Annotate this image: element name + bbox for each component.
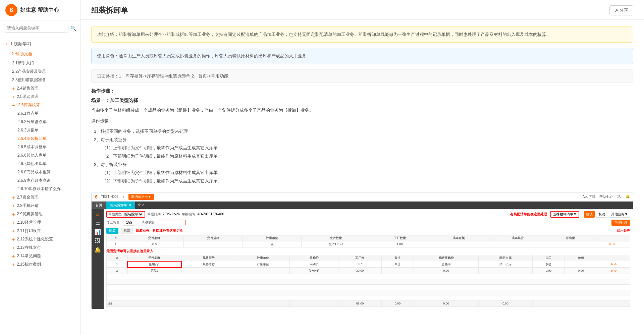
sidebar-item-label: 2.13在线支付 (17, 245, 41, 250)
disassemble-btn[interactable]: 拆卸 (121, 228, 133, 234)
table-row: ① 第组品1 规格名称 计量单位 采购价 1+0 单价 合格率 第一出库 (利) (107, 261, 630, 268)
sidebar-item-business[interactable]: + 2.10经营管理 (9, 218, 80, 227)
app-topbar-help[interactable]: 帮助中心 (599, 194, 613, 199)
sidebar-item-costadj[interactable]: 2.6.5成本调整单 (15, 143, 80, 151)
footer-v5: 0.00 (479, 300, 533, 306)
sidebar-item-otherOut[interactable]: 2.6.7其他出库单 (15, 160, 80, 168)
cell-child-unit1: 计量单位 (236, 261, 290, 268)
col-child-name: 子件名称 (127, 255, 181, 261)
sidebar-item-newcomer[interactable]: 2.1新手入门 (9, 59, 80, 67)
confirm-btn[interactable]: 确认 (584, 211, 595, 218)
expand-icon: + (12, 262, 15, 267)
sidebar-item-label: 2.6.8商品成本重算 (17, 169, 51, 175)
sidebar-item-predata[interactable]: 2.3使用前数据准备 (9, 76, 80, 84)
close-icon[interactable]: ✕ (128, 203, 131, 207)
cell-parent-name: 关木 (125, 241, 184, 247)
sidebar-item-faq[interactable]: + 2.14常见问题 (9, 252, 80, 260)
cell-remark2 (381, 268, 414, 274)
sidebar-item-costCalc[interactable]: 2.6.8商品成本重算 (15, 168, 80, 176)
cell-index: 1 (107, 241, 125, 247)
app-new-btn[interactable]: 新增单据一▼ (128, 194, 154, 200)
sidebar-item-stocktake[interactable]: 2.6.1盘点单 (15, 109, 80, 118)
process-btn[interactable]: 立即处理 (611, 220, 630, 226)
type-select[interactable]: 组装拆卸 (123, 212, 143, 217)
sidebar-item-label: 2.8手机旺铺 (17, 203, 39, 209)
app-leftnav-img[interactable]: 🖼 (95, 238, 100, 244)
cell-stableout2 (479, 268, 533, 274)
sidebar-item-purchase[interactable]: + 2.5采购管理 (9, 93, 80, 101)
table-row-empty2 (107, 279, 630, 284)
expand-icon: + (12, 195, 15, 200)
qty-label: 加工数量 (106, 220, 120, 225)
assemble-btn[interactable]: 组装 (106, 228, 118, 234)
sidebar-item-label: 2.6.6其他入库单 (17, 153, 47, 158)
bom-select-btn[interactable]: 选择物料清单▼ (550, 211, 579, 218)
sidebar-item-mobile[interactable]: + 2.8手机旺铺 (9, 202, 80, 210)
app-leftnav-home[interactable]: ⌂ (96, 211, 99, 217)
other-btn[interactable]: 其他业务▼ (609, 211, 630, 218)
table-footer: 合计 88.00 0.00 0.00 0.00 (107, 300, 630, 306)
expand-icon: + (12, 220, 15, 225)
expand-icon: + (12, 212, 15, 217)
step3a: （1）上部明细为父件明细，最终作为原材料生成其它出库单； (102, 169, 633, 177)
sidebar-item-partition[interactable]: 2.6.2分量盘点单 (15, 118, 80, 126)
sidebar-item-coupon[interactable]: + 2.9优惠券管理 (9, 210, 80, 218)
col-stable-price: 稳定采购价 (414, 255, 479, 261)
sidebar-item-stockQuery[interactable]: 2.6.9库存账本查询 (15, 176, 80, 185)
warehouse-label: 仓储选用 (142, 220, 155, 225)
col-stable-out: 稳定出库 (479, 255, 533, 261)
sidebar-item-label: 1.视频学习 (10, 41, 31, 47)
sidebar-item-finance[interactable]: + 2.7资金管理 (9, 193, 80, 202)
sidebar-item-inventory[interactable]: − 2.6库存核算 (9, 101, 80, 109)
app-nav-icons[interactable]: ⚙ ✕ (135, 202, 147, 209)
app-leftnav-graph[interactable]: 📊 (94, 229, 101, 235)
cancel-btn[interactable]: 取消 (596, 211, 607, 218)
app-nav-current[interactable]: 组装拆卸单 ✕ (106, 202, 135, 209)
sidebar-item-cases[interactable]: + 2.15操作案例 (9, 260, 80, 269)
cell-child-name1: 第组品1 (127, 261, 181, 268)
annotation-row: 组装 拆卸 组装业务、拆卸业务在这里切换 启用处理 (106, 228, 630, 234)
step3-sub: （1）上部明细为父件明细，最终作为原材料生成其它出库单； （2）下部明细为子件明… (102, 169, 633, 185)
sidebar-item-print[interactable]: + 2.11打印设置 (9, 227, 80, 235)
sidebar-item-label: 2.5采购管理 (17, 94, 39, 100)
sidebar-item-assemble[interactable]: 2.6.4组装拆卸单 (15, 134, 80, 143)
search-input[interactable] (4, 24, 68, 33)
sidebar-item-label: 2.6.9库存账本查询 (17, 178, 51, 183)
col-qty: 生产数量 (302, 235, 370, 241)
cell-row-action[interactable]: ⊕ ⊖ (594, 241, 630, 247)
sidebar-item-otherIn[interactable]: 2.6.6其他入库单 (15, 151, 80, 160)
app-leftnav-bell[interactable]: 🔔 (94, 246, 101, 253)
step1: 1、根据不同的业务，选择不同单据的类型来处理 (94, 127, 633, 136)
logo-icon: 6 (5, 4, 17, 16)
cell-action1[interactable]: ⊕ ⊖ (597, 261, 630, 268)
sidebar-item-stockError[interactable]: 2.6.10库存账本错了么办 (15, 185, 80, 193)
share-button[interactable]: ↗ 分享 (609, 5, 633, 15)
sidebar-item-docs[interactable]: − 2.帮助文档 (0, 49, 80, 59)
qty-warehouse-row: 加工数量 1/条 仓储选用 立即处理 (106, 220, 630, 226)
col-child-spec: 规格型号 (181, 255, 236, 261)
app-nav-home[interactable]: 首页 (92, 202, 106, 209)
app-left-nav: ⌂ ☰ 📊 🖼 🔔 (92, 209, 104, 309)
sidebar-item-sysconfig[interactable]: + 2.12系统个性化设置 (9, 235, 80, 243)
app-form-area: 单据类型 组装拆卸 单据日期 2019-12-26 单据编号 AD-201912… (104, 209, 633, 309)
sidebar-item-label: 2.6.7其他出库单 (17, 161, 47, 167)
cell-stable1: 合格率 (414, 261, 479, 268)
cell-cost-price (488, 241, 547, 247)
sidebar-item-videos[interactable]: + 1.视频学习 (0, 39, 80, 49)
app-leftnav-list[interactable]: ☰ (95, 220, 100, 226)
sidebar-item-sales[interactable]: + 2.4销售管理 (9, 84, 80, 93)
annotation-enable: 启用处理 (617, 228, 630, 233)
cell-action2[interactable]: ⊕ ⊖ (597, 268, 630, 274)
warehouse-input[interactable] (159, 220, 185, 225)
app-topbar-applink[interactable]: App下载 (583, 194, 595, 199)
app-topbar-cc[interactable]: CC (617, 194, 622, 199)
sidebar-item-payment[interactable]: + 2.13在线支付 (9, 243, 80, 252)
app-topbar-sep: ▼ (122, 195, 125, 199)
sidebar-item-adjust[interactable]: 2.6.3调拨单 (15, 126, 80, 134)
cell-pur-price1: 采购价 (290, 261, 338, 268)
sidebar-item-install[interactable]: 2.2产品安装及登录 (9, 67, 80, 76)
collapse-icon: − (12, 103, 16, 108)
ops-title: 操作步骤： (91, 88, 633, 94)
breadcrumb-text: 页面路径：1、库存核算->库存管理->组装拆卸单 2、首页->常用功能 (97, 73, 228, 78)
search-icon[interactable]: 🔍 (70, 25, 76, 31)
